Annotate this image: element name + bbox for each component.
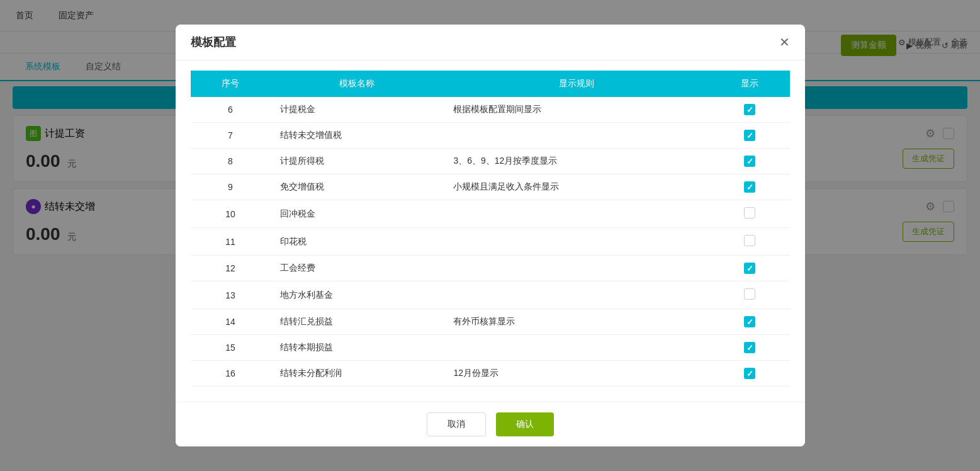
- row-name-13: 地方水利基金: [270, 281, 443, 309]
- row-id-6: 6: [191, 97, 271, 123]
- row-checkbox-cell-7: [710, 123, 790, 149]
- row-checkbox-16[interactable]: [744, 368, 755, 379]
- modal-close-button[interactable]: ✕: [779, 36, 790, 48]
- row-checkbox-cell-15: [710, 335, 790, 361]
- row-rule-16: 12月份显示: [443, 361, 709, 387]
- row-checkbox-cell-9: [710, 174, 790, 200]
- row-checkbox-cell-11: [710, 228, 790, 256]
- row-id-13: 13: [191, 281, 271, 309]
- row-id-15: 15: [191, 335, 271, 361]
- table-header-row: 序号 模板名称 显示规则 显示: [191, 71, 790, 97]
- col-header-show: 显示: [710, 71, 790, 97]
- row-name-15: 结转本期损益: [270, 335, 443, 361]
- row-checkbox-11[interactable]: [744, 235, 755, 246]
- row-checkbox-13[interactable]: [744, 288, 755, 300]
- col-header-rule: 显示规则: [443, 71, 709, 97]
- config-table: 序号 模板名称 显示规则 显示 6计提税金根据模板配置期间显示7结转未交增值税8…: [191, 71, 790, 387]
- row-rule-6: 根据模板配置期间显示: [443, 97, 709, 123]
- row-id-8: 8: [191, 149, 271, 174]
- row-id-16: 16: [191, 361, 271, 387]
- col-header-id: 序号: [191, 71, 271, 97]
- row-checkbox-cell-8: [710, 149, 790, 174]
- row-rule-15: [443, 335, 709, 361]
- row-rule-9: 小规模且满足收入条件显示: [443, 174, 709, 200]
- row-checkbox-12[interactable]: [744, 263, 755, 274]
- row-rule-11: [443, 228, 709, 256]
- modal-header: 模板配置 ✕: [176, 25, 805, 60]
- row-name-6: 计提税金: [270, 97, 443, 123]
- row-checkbox-14[interactable]: [744, 316, 755, 327]
- row-checkbox-cell-10: [710, 200, 790, 228]
- table-row: 6计提税金根据模板配置期间显示: [191, 97, 790, 123]
- row-rule-7: [443, 123, 709, 149]
- row-id-14: 14: [191, 309, 271, 335]
- table-row: 13地方水利基金: [191, 281, 790, 309]
- row-checkbox-cell-13: [710, 281, 790, 309]
- row-id-10: 10: [191, 200, 271, 228]
- row-name-10: 回冲税金: [270, 200, 443, 228]
- row-checkbox-8[interactable]: [744, 156, 755, 167]
- row-checkbox-15[interactable]: [744, 342, 755, 353]
- row-rule-13: [443, 281, 709, 309]
- row-checkbox-10[interactable]: [744, 207, 755, 218]
- row-checkbox-6[interactable]: [744, 104, 755, 115]
- row-name-8: 计提所得税: [270, 149, 443, 174]
- table-row: 14结转汇兑损益有外币核算显示: [191, 309, 790, 335]
- table-row: 8计提所得税3、6、9、12月按季度显示: [191, 149, 790, 174]
- row-id-7: 7: [191, 123, 271, 149]
- row-name-14: 结转汇兑损益: [270, 309, 443, 335]
- row-id-11: 11: [191, 228, 271, 256]
- row-checkbox-9[interactable]: [744, 181, 755, 193]
- confirm-button[interactable]: 确认: [496, 412, 554, 436]
- row-checkbox-cell-6: [710, 97, 790, 123]
- table-row: 9免交增值税小规模且满足收入条件显示: [191, 174, 790, 200]
- row-name-16: 结转未分配利润: [270, 361, 443, 387]
- row-checkbox-7[interactable]: [744, 130, 755, 141]
- row-rule-10: [443, 200, 709, 228]
- row-name-9: 免交增值税: [270, 174, 443, 200]
- row-id-9: 9: [191, 174, 271, 200]
- row-name-12: 工会经费: [270, 256, 443, 281]
- table-row: 12工会经费: [191, 256, 790, 281]
- row-checkbox-cell-16: [710, 361, 790, 387]
- row-checkbox-cell-12: [710, 256, 790, 281]
- row-rule-12: [443, 256, 709, 281]
- modal-title: 模板配置: [191, 35, 236, 50]
- modal-footer: 取消 确认: [176, 402, 805, 446]
- table-row: 16结转未分配利润12月份显示: [191, 361, 790, 387]
- col-header-name: 模板名称: [270, 71, 443, 97]
- row-rule-14: 有外币核算显示: [443, 309, 709, 335]
- cancel-button[interactable]: 取消: [427, 412, 486, 436]
- row-name-11: 印花税: [270, 228, 443, 256]
- modal-body: 序号 模板名称 显示规则 显示 6计提税金根据模板配置期间显示7结转未交增值税8…: [176, 60, 805, 402]
- row-checkbox-cell-14: [710, 309, 790, 335]
- table-row: 10回冲税金: [191, 200, 790, 228]
- template-config-modal: 模板配置 ✕ 序号 模板名称 显示规则 显示 6计提税金根据模板配置期间显示7结…: [176, 25, 805, 446]
- table-row: 15结转本期损益: [191, 335, 790, 361]
- row-rule-8: 3、6、9、12月按季度显示: [443, 149, 709, 174]
- table-row: 7结转未交增值税: [191, 123, 790, 149]
- table-row: 11印花税: [191, 228, 790, 256]
- row-name-7: 结转未交增值税: [270, 123, 443, 149]
- row-id-12: 12: [191, 256, 271, 281]
